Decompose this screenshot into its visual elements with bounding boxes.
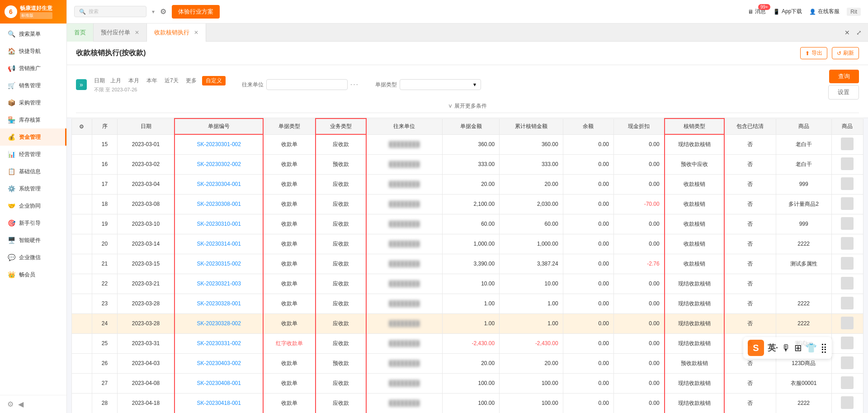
refresh-button[interactable]: ↺ 刷新 [832, 47, 859, 59]
date-this-year[interactable]: 本年 [144, 76, 160, 85]
search-icon: 🔍 [7, 30, 15, 38]
td-doc-no-5[interactable]: SK-20230314-001 [175, 234, 264, 254]
td-gear-10[interactable] [72, 333, 92, 353]
td-doc-type-10: 红字收款单 [263, 333, 315, 353]
td-date-2: 2023-03-04 [118, 174, 175, 194]
td-date-5: 2023-03-14 [118, 234, 175, 254]
topbar-app-download[interactable]: 📱 App下载 [773, 8, 802, 15]
td-doc-no-3[interactable]: SK-20230308-001 [175, 194, 264, 214]
td-doc-amount-6: 3,390.00 [442, 254, 499, 274]
chevron-down-icon: ▾ [473, 81, 476, 88]
tab-receipt[interactable]: 收款核销执行 ✕ [147, 24, 206, 42]
td-doc-no-13[interactable]: SK-20230418-001 [175, 393, 264, 413]
topbar-user[interactable]: Rit [847, 8, 861, 16]
td-doc-no-9[interactable]: SK-20230328-002 [175, 313, 264, 333]
refresh-icon: ↺ [837, 50, 841, 57]
tab-home[interactable]: 首页 [67, 24, 94, 42]
td-gear-3[interactable] [72, 194, 92, 214]
td-balance-13: 0.00 [563, 393, 613, 413]
sidebar-item-basics[interactable]: 📋 基础信息 [0, 163, 66, 180]
topbar-search[interactable]: 🔍 搜索 [74, 6, 146, 17]
basics-icon: 📋 [7, 167, 15, 176]
td-goods-7 [776, 274, 831, 294]
td-cancel-type-6: 收款核销 [665, 254, 724, 274]
sidebar-item-purchase[interactable]: 📦 采购管理 [0, 94, 66, 111]
topbar-message[interactable]: 🖥 消息 99+ [748, 8, 766, 15]
td-gear-4[interactable] [72, 214, 92, 234]
td-gear-2[interactable] [72, 174, 92, 194]
td-gear-13[interactable] [72, 393, 92, 413]
td-balance-7: 0.00 [563, 274, 613, 294]
td-gear-5[interactable] [72, 234, 92, 254]
tab-maximize-btn[interactable]: ⤢ [854, 27, 863, 38]
th-gear[interactable]: ⚙ [72, 119, 92, 134]
sidebar-item-guide[interactable]: 🎯 新手引导 [0, 214, 66, 232]
td-doc-no-11[interactable]: SK-20230403-002 [175, 353, 264, 373]
td-goods-9: 2222 [776, 313, 831, 333]
td-gear-11[interactable] [72, 353, 92, 373]
td-gear-6[interactable] [72, 254, 92, 274]
td-seq-5: 20 [92, 234, 117, 254]
sidebar-item-operations[interactable]: 📊 经营管理 [0, 146, 66, 163]
sidebar-item-sales[interactable]: 🛒 销售管理 [0, 77, 66, 94]
sidebar-item-quicknav[interactable]: 🏠 快捷导航 [0, 43, 66, 60]
td-include-clear-6: 否 [724, 254, 776, 274]
td-gear-8[interactable] [72, 294, 92, 313]
export-button[interactable]: ⬆ 导出 [800, 47, 827, 59]
td-gear-1[interactable] [72, 154, 92, 174]
td-gear-7[interactable] [72, 274, 92, 294]
td-doc-no-1[interactable]: SK-20230302-002 [175, 154, 264, 174]
tab-prepay[interactable]: 预付应付单 ✕ [94, 24, 147, 42]
date-custom-btn[interactable]: 自定义 [202, 76, 226, 85]
td-cash-discount-5: 0.00 [613, 234, 664, 254]
settings-bottom-icon[interactable]: ⚙ [7, 400, 14, 408]
sidebar-item-funds[interactable]: 💰 资金管理 [0, 128, 66, 146]
sidebar-item-search[interactable]: 🔍 搜索菜单 [0, 25, 66, 43]
doc-type-select[interactable]: ▾ [400, 79, 481, 90]
td-gear-9[interactable] [72, 313, 92, 333]
td-gear-12[interactable] [72, 373, 92, 393]
date-7days[interactable]: 近7天 [162, 76, 181, 85]
date-last-month[interactable]: 上月 [108, 76, 124, 85]
expand-button[interactable]: ∨ 展开更多条件 [448, 102, 486, 110]
td-doc-amount-9: 1.00 [442, 313, 499, 333]
filter-toggle-button[interactable]: » [76, 79, 87, 90]
sidebar-item-marketing[interactable]: 📢 营销推广 [0, 60, 66, 77]
sidebar-item-inventory[interactable]: 🏪 库存核算 [0, 111, 66, 128]
td-doc-no-6[interactable]: SK-20230315-002 [175, 254, 264, 274]
date-more[interactable]: 更多 [183, 76, 199, 85]
td-include-clear-7: 否 [724, 274, 776, 294]
td-doc-no-8[interactable]: SK-20230328-001 [175, 294, 264, 313]
sidebar-item-hardware[interactable]: 🖥️ 智能硬件 [0, 232, 66, 249]
sidebar-item-system[interactable]: ⚙️ 系统管理 [0, 180, 66, 197]
td-doc-no-2[interactable]: SK-20230304-001 [175, 174, 264, 194]
td-partner-4: ████████ [366, 214, 442, 234]
sidebar-item-enterprise[interactable]: 🤝 企业协同 [0, 197, 66, 214]
partner-input[interactable] [266, 79, 348, 90]
home-tab-label: 首页 [74, 28, 86, 37]
date-this-month[interactable]: 本月 [126, 76, 142, 85]
collapse-icon[interactable]: ◀ [18, 400, 24, 408]
td-goods-11: 123D商品 [776, 353, 831, 373]
tab-close-btn[interactable]: ✕ [843, 27, 852, 38]
topbar-online-service[interactable]: 👤 在线客服 [809, 8, 840, 15]
td-cancel-type-12: 现结收款核销 [665, 373, 724, 393]
td-doc-no-10[interactable]: SK-20230331-002 [175, 333, 264, 353]
filter-settings-button[interactable]: 设置 [828, 85, 859, 100]
td-doc-no-4[interactable]: SK-20230310-001 [175, 214, 264, 234]
sidebar-item-wechat[interactable]: 💬 企业微信 [0, 249, 66, 266]
query-button[interactable]: 查询 [829, 70, 859, 83]
prepay-tab-close[interactable]: ✕ [135, 29, 139, 36]
td-goods-img-7 [831, 274, 863, 294]
receipt-tab-close[interactable]: ✕ [194, 29, 198, 36]
td-doc-no-0[interactable]: SK-20230301-002 [175, 134, 264, 154]
search-icon-topbar: 🔍 [79, 9, 86, 15]
sidebar-item-member[interactable]: 👑 畅会员 [0, 266, 66, 283]
td-doc-no-12[interactable]: SK-20230408-001 [175, 373, 264, 393]
td-doc-no-7[interactable]: SK-20230321-003 [175, 274, 264, 294]
topbar-gear-icon[interactable]: ⚙ [160, 7, 166, 16]
topbar-dropdown-arrow[interactable]: ▾ [152, 9, 155, 15]
industry-solution-button[interactable]: 体验行业方案 [172, 5, 220, 19]
td-gear-0[interactable] [72, 134, 92, 154]
th-include-clear: 包含已结清 [724, 119, 776, 134]
